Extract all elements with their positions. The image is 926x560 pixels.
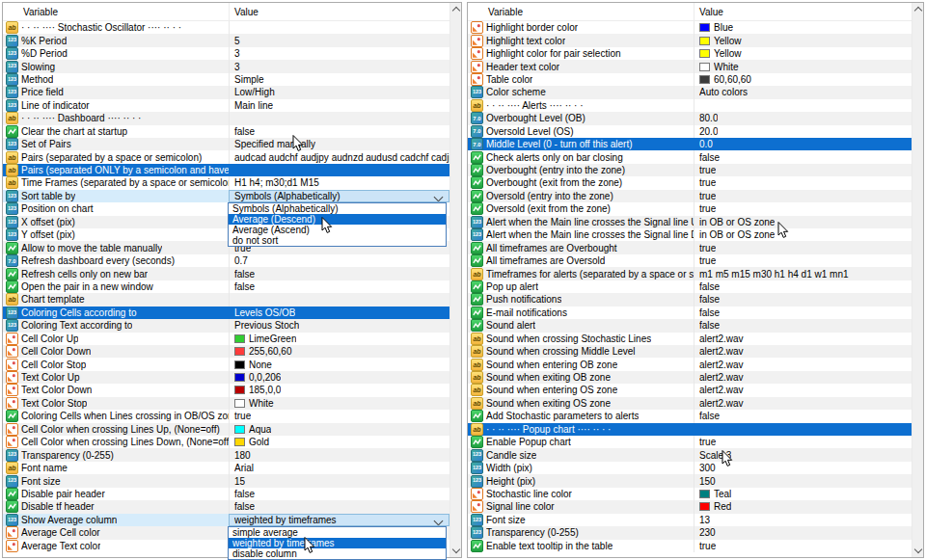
- dropdown-item[interactable]: do not sort: [229, 235, 446, 246]
- vertical-scrollbar[interactable]: [912, 3, 923, 557]
- value-cell: 0.0: [694, 138, 912, 150]
- param-row[interactable]: 123Height (pix)150: [468, 474, 912, 487]
- param-row[interactable]: Add Stochastic parameters to alertsfalse: [468, 410, 912, 422]
- param-row[interactable]: 123Transparency (0-255)180: [3, 448, 449, 461]
- param-row[interactable]: abSound when entering OB zonealert2.wav: [468, 358, 912, 370]
- dropdown-item[interactable]: Average (Descend): [229, 214, 446, 225]
- param-row[interactable]: abTimeframes for alerts (separated by a …: [468, 267, 912, 280]
- param-row[interactable]: Text Color Up0,0,206: [3, 371, 449, 384]
- value-cell: true: [694, 176, 912, 189]
- param-row[interactable]: Oversold (exit from the zone)true: [468, 202, 912, 215]
- param-row[interactable]: 123Alert when the Main line crosses the …: [468, 216, 912, 228]
- param-row[interactable]: All timeframes are Oversoldtrue: [468, 254, 912, 267]
- param-row[interactable]: 123Set of PairsSpecified manually: [3, 138, 449, 150]
- param-row[interactable]: 123MethodSimple: [3, 73, 449, 86]
- param-row[interactable]: abTime Frames (separated by a space or s…: [3, 176, 449, 189]
- param-row[interactable]: Oversold (entry into the zone)true: [468, 190, 912, 202]
- param-row[interactable]: 123Slowing3: [3, 60, 449, 72]
- separator-row[interactable]: ab· · ·· ···· Alerts ···· ·· · ·: [468, 99, 912, 112]
- param-row[interactable]: Clear the chart at startupfalse: [3, 125, 449, 138]
- param-label: Allow to move the table manually: [21, 243, 162, 253]
- param-row[interactable]: abSound when exiting OB zonealert2.wav: [468, 371, 912, 384]
- param-row[interactable]: 123Transparency (0-255)230: [468, 526, 912, 539]
- param-row[interactable]: Highlight border colorBlue: [468, 21, 912, 34]
- param-row[interactable]: Cell Color Down255,60,60: [3, 345, 449, 358]
- scroll-up-button[interactable]: [450, 3, 462, 15]
- param-row[interactable]: 7.0Refresh dashboard every (seconds)0.7: [3, 254, 449, 267]
- param-row[interactable]: Enable text tooltip in the tabletrue: [468, 540, 912, 552]
- param-row[interactable]: Disable tf headerfalse: [3, 500, 449, 513]
- param-row[interactable]: abSound when crossing Stochastic Linesal…: [468, 333, 912, 345]
- param-row[interactable]: Cell Color StopNone: [3, 358, 449, 370]
- param-row[interactable]: Stochastic line colorTeal: [468, 488, 912, 500]
- param-label: Table color: [486, 74, 532, 85]
- dropdown-item[interactable]: simple average: [229, 527, 446, 538]
- param-row[interactable]: Table color60,60,60: [468, 73, 912, 86]
- variable-cell: 123Alert when the Main line crosses the …: [468, 216, 694, 228]
- param-row[interactable]: Text Color Down185,0,0: [3, 384, 449, 396]
- scroll-down-button[interactable]: [912, 545, 924, 557]
- param-row[interactable]: Coloring Cells when Lines crossing in OB…: [3, 410, 449, 422]
- param-row[interactable]: abSound when crossing Middle Levelalert2…: [468, 345, 912, 358]
- param-row[interactable]: abPairs (separated ONLY by a semicolon a…: [3, 164, 449, 176]
- param-row[interactable]: 123Alert when the Main line crosses the …: [468, 228, 912, 241]
- param-row[interactable]: 123Sort table bySymbols (Alphabetically): [3, 190, 449, 202]
- vertical-scrollbar[interactable]: [449, 3, 461, 557]
- param-row[interactable]: 123Price fieldLow/High: [3, 86, 449, 98]
- param-row[interactable]: Disable pair headerfalse: [3, 488, 449, 500]
- param-row[interactable]: 123Font size15: [3, 474, 449, 487]
- param-row[interactable]: abSound when exiting OS zonealert2.wav: [468, 397, 912, 410]
- scroll-up-button[interactable]: [912, 3, 924, 15]
- param-row[interactable]: Header text colorWhite: [468, 60, 912, 72]
- param-row[interactable]: Signal line colorRed: [468, 500, 912, 513]
- param-row[interactable]: 123Candle sizeScale 3: [468, 448, 912, 461]
- param-row[interactable]: abPairs (separated by a space or semicol…: [3, 150, 449, 163]
- variable-cell: 123Line of indicator: [3, 99, 229, 112]
- dropdown-item[interactable]: disable column: [229, 548, 446, 559]
- param-row[interactable]: 123Show Average columnweighted by timefr…: [3, 514, 449, 526]
- param-row[interactable]: Overbought (entry into the zone)true: [468, 164, 912, 176]
- dropdown-item[interactable]: weighted by timeframes: [229, 538, 446, 548]
- param-row[interactable]: 7.0Middle Level (0 - turn off this alert…: [468, 138, 912, 150]
- string-param-icon: ab: [471, 99, 483, 112]
- param-row[interactable]: Open the pair in a new windowfalse: [3, 280, 449, 293]
- scroll-down-button[interactable]: [450, 545, 462, 557]
- value-combobox[interactable]: weighted by timeframes: [229, 514, 449, 526]
- separator-row[interactable]: ab· · ·· ···· Dashboard ···· ·· · ·: [3, 112, 449, 124]
- param-row[interactable]: 123Coloring Cells according toLevels OS/…: [3, 307, 449, 319]
- integer-param-icon: 123: [6, 138, 18, 150]
- dropdown-item[interactable]: Symbols (Alphabetically): [229, 203, 446, 214]
- param-row[interactable]: Highlight text colorYellow: [468, 34, 912, 46]
- param-row[interactable]: 123%K Period5: [3, 34, 449, 46]
- param-row[interactable]: Cell Color UpLimeGreen: [3, 333, 449, 345]
- param-row[interactable]: Enable Popup charttrue: [468, 436, 912, 448]
- param-row[interactable]: 123Line of indicatorMain line: [3, 99, 449, 112]
- param-row[interactable]: Check alerts only on bar closingfalse: [468, 150, 912, 163]
- param-row[interactable]: 123Width (pix)300: [468, 462, 912, 474]
- param-row[interactable]: Refresh cells only on new barfalse: [3, 267, 449, 280]
- param-row[interactable]: abSound when entering OS zonealert2.wav: [468, 384, 912, 396]
- param-row[interactable]: Push notificationsfalse: [468, 293, 912, 306]
- param-row[interactable]: Highlight color for pair selectionYellow: [468, 47, 912, 60]
- param-row[interactable]: abFont nameArial: [3, 462, 449, 474]
- param-row[interactable]: 123Color schemeAuto colors: [468, 86, 912, 98]
- param-row[interactable]: 123Coloring Text according toPrevious St…: [3, 319, 449, 332]
- param-row[interactable]: Cell Color when crossing Lines Down, (No…: [3, 436, 449, 448]
- dropdown-item[interactable]: Average (Ascend): [229, 225, 446, 235]
- param-row[interactable]: abChart template: [3, 293, 449, 306]
- separator-row[interactable]: ab· · ·· ···· Stochastic Oscillator ····…: [3, 21, 449, 34]
- param-row[interactable]: Text Color StopWhite: [3, 397, 449, 410]
- param-row[interactable]: Sound alertfalse: [468, 319, 912, 332]
- param-row[interactable]: 123Font size13: [468, 514, 912, 526]
- param-row[interactable]: 7.0Overbought Level (OB)80.0: [468, 112, 912, 124]
- separator-row[interactable]: ab· · ·· ···· Popup chart ···· ·· · ·: [468, 423, 912, 436]
- param-row[interactable]: E-mail notificationsfalse: [468, 307, 912, 319]
- param-row[interactable]: Cell Color when crossing Lines Up, (None…: [3, 423, 449, 436]
- param-row[interactable]: 7.0Oversold Level (OS)20.0: [468, 125, 912, 138]
- value-combobox[interactable]: Symbols (Alphabetically): [229, 190, 449, 202]
- param-row[interactable]: 123%D Period3: [3, 47, 449, 60]
- param-row[interactable]: All timeframes are Overboughttrue: [468, 241, 912, 253]
- variable-cell: 123Transparency (0-255): [3, 448, 229, 461]
- param-row[interactable]: Pop up alertfalse: [468, 280, 912, 293]
- param-row[interactable]: Overbought (exit from the zone)true: [468, 176, 912, 189]
